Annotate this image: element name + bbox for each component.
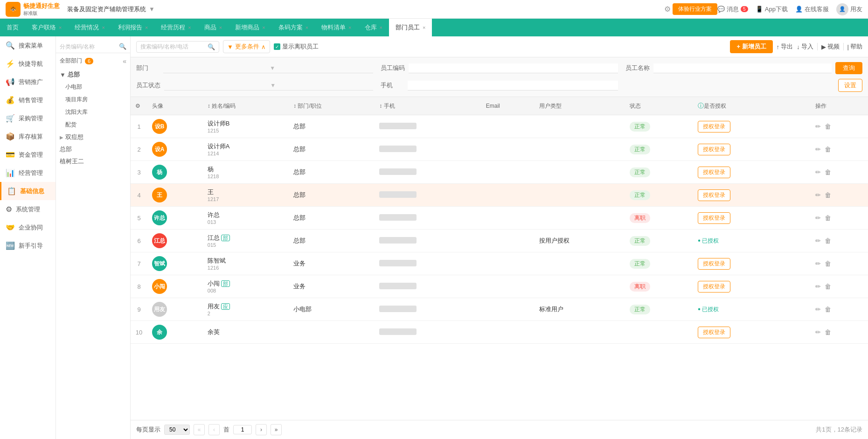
video-btn[interactable]: ▶ 视频 xyxy=(821,42,840,51)
next-page-btn[interactable]: › xyxy=(256,424,267,435)
dept-item-shuangdou[interactable]: ▶ 双痘想 xyxy=(56,131,130,143)
tab-close-icon[interactable]: × xyxy=(59,25,62,30)
edit-icon[interactable]: ✏ xyxy=(815,168,821,176)
sidebar-item-经营管理[interactable]: 📊经营管理 xyxy=(0,164,56,182)
tab-close-icon[interactable]: × xyxy=(380,25,382,30)
dept-item-shenyang[interactable]: 沈阳大库 xyxy=(56,106,130,118)
sidebar-item-资金管理[interactable]: 💳资金管理 xyxy=(0,146,56,164)
gear-button[interactable]: ⚙ xyxy=(662,3,673,15)
dept-item-xiaodian[interactable]: 小电部 xyxy=(56,81,130,93)
tab-close-icon[interactable]: × xyxy=(219,25,222,30)
delete-icon[interactable]: 🗑 xyxy=(825,283,831,290)
nav-tab-商品[interactable]: 商品× xyxy=(198,19,229,36)
nav-tab-经营历程[interactable]: 经营历程× xyxy=(154,19,197,36)
search-input[interactable] xyxy=(140,43,206,50)
online-service-btn[interactable]: 👤 在线客服 xyxy=(795,5,829,14)
col-dept[interactable]: ↕ 部门/职位 xyxy=(289,97,375,115)
trial-button[interactable]: 体验行业方案 xyxy=(673,3,717,15)
delete-icon[interactable]: 🗑 xyxy=(825,168,831,176)
sidebar-item-企业协同[interactable]: 🤝企业协同 xyxy=(0,218,56,237)
dept-item-xiangmu[interactable]: 项目库房 xyxy=(56,93,130,106)
add-employee-button[interactable]: + 新增员工 xyxy=(730,40,772,53)
edit-icon[interactable]: ✏ xyxy=(815,306,821,313)
auth-btn[interactable]: 授权登录 xyxy=(698,121,730,132)
tab-close-icon[interactable]: × xyxy=(262,25,265,30)
sidebar-item-系统管理[interactable]: ⚙系统管理 xyxy=(0,200,56,218)
export-btn[interactable]: ↑ 导出 xyxy=(777,42,793,51)
dept-filter-select[interactable]: ▼ xyxy=(163,63,373,73)
edit-icon[interactable]: ✏ xyxy=(815,191,821,199)
sidebar-item-基础信息[interactable]: 📋基础信息 xyxy=(0,182,56,200)
nav-tab-利润报告[interactable]: 利润报告× xyxy=(111,19,154,36)
emp-status-select[interactable]: ▼ xyxy=(164,81,373,91)
edit-icon[interactable]: ✏ xyxy=(815,214,821,222)
dept-item-peihuo[interactable]: 配货 xyxy=(56,118,130,131)
sidebar-item-新手引导[interactable]: 🆕新手引导 xyxy=(0,237,56,255)
delete-icon[interactable]: 🗑 xyxy=(825,306,831,313)
delete-icon[interactable]: 🗑 xyxy=(825,260,831,267)
collapse-btn[interactable]: « xyxy=(123,57,126,65)
auth-btn[interactable]: 授权登录 xyxy=(698,167,730,178)
dept-search-input[interactable] xyxy=(60,43,119,50)
delete-icon[interactable]: 🗑 xyxy=(825,146,831,153)
reset-btn[interactable]: 设置 xyxy=(838,79,862,92)
edit-icon[interactable]: ✏ xyxy=(815,146,821,153)
all-dept-label[interactable]: 全部部门 xyxy=(60,57,82,65)
tab-close-icon[interactable]: × xyxy=(348,25,351,30)
page-input[interactable] xyxy=(233,425,252,434)
nav-tab-新增商品[interactable]: 新增商品× xyxy=(229,19,271,36)
delete-icon[interactable]: 🗑 xyxy=(825,191,831,199)
help-btn[interactable]: | 帮助 xyxy=(847,42,862,51)
nav-tab-经营情况[interactable]: 经营情况× xyxy=(68,19,111,36)
dept-item-zongbu2[interactable]: 总部 xyxy=(56,143,130,155)
nav-tab-物料清单[interactable]: 物料清单× xyxy=(315,19,358,36)
delete-icon[interactable]: 🗑 xyxy=(825,328,831,336)
prev-page-btn[interactable]: ‹ xyxy=(208,424,220,435)
nav-tab-仓库[interactable]: 仓库× xyxy=(358,19,389,36)
sidebar-item-采购管理[interactable]: 🛒采购管理 xyxy=(0,109,56,127)
dept-group-zongbu[interactable]: ▼ 总部 xyxy=(56,69,130,81)
tab-close-icon[interactable]: × xyxy=(145,25,148,30)
nav-tab-部门员工[interactable]: 部门员工× xyxy=(389,19,432,36)
emp-code-input[interactable] xyxy=(409,63,618,73)
phone-input[interactable] xyxy=(408,81,618,91)
edit-icon[interactable]: ✏ xyxy=(815,328,821,336)
edit-icon[interactable]: ✏ xyxy=(815,123,821,130)
show-resigned-toggle[interactable]: ✓ 显示离职员工 xyxy=(274,42,319,51)
message-btn[interactable]: 💬 消息 5 xyxy=(717,5,748,14)
sidebar-item-快捷导航[interactable]: ⚡快捷导航 xyxy=(0,55,56,73)
user-btn[interactable]: 👤 用友 xyxy=(836,3,862,15)
auth-btn[interactable]: 授权登录 xyxy=(698,281,730,293)
edit-icon[interactable]: ✏ xyxy=(815,237,821,244)
query-btn[interactable]: 查询 xyxy=(835,62,862,74)
app-download-btn[interactable]: 📱 App下载 xyxy=(756,5,788,14)
auth-btn[interactable]: 授权登录 xyxy=(698,212,730,224)
last-page-btn[interactable]: » xyxy=(271,424,282,435)
sidebar-item-营销推广[interactable]: 📢营销推广 xyxy=(0,73,56,91)
page-size-select[interactable]: 50 100 xyxy=(164,425,190,435)
delete-icon[interactable]: 🗑 xyxy=(825,214,831,222)
tab-close-icon[interactable]: × xyxy=(423,25,425,30)
tab-close-icon[interactable]: × xyxy=(306,25,308,30)
col-name[interactable]: ↕ 姓名/编码 xyxy=(203,97,289,115)
import-btn[interactable]: ↓ 导入 xyxy=(797,42,813,51)
sidebar-item-库存核算[interactable]: 📦库存核算 xyxy=(0,127,56,146)
more-filter-btn[interactable]: ▼ 更多条件 ∧ xyxy=(223,40,270,53)
col-settings[interactable]: ⚙ xyxy=(131,97,147,115)
auth-btn[interactable]: 授权登录 xyxy=(698,258,730,270)
delete-icon[interactable]: 🗑 xyxy=(825,237,831,244)
tab-close-icon[interactable]: × xyxy=(102,25,104,30)
first-page-btn[interactable]: « xyxy=(194,424,205,435)
nav-tab-条码方案[interactable]: 条码方案× xyxy=(272,19,315,36)
auth-btn[interactable]: 授权登录 xyxy=(698,189,730,201)
col-phone[interactable]: ↕ 手机 xyxy=(375,97,481,115)
edit-icon[interactable]: ✏ xyxy=(815,260,821,267)
emp-name-input[interactable] xyxy=(653,63,832,73)
tab-close-icon[interactable]: × xyxy=(188,25,191,30)
dept-item-zhishu[interactable]: 植树王二 xyxy=(56,155,130,167)
auth-btn[interactable]: 授权登录 xyxy=(698,327,730,338)
delete-icon[interactable]: 🗑 xyxy=(825,123,831,130)
sidebar-item-销售管理[interactable]: 💰销售管理 xyxy=(0,91,56,109)
auth-btn[interactable]: 授权登录 xyxy=(698,144,730,155)
sys-dropdown-arrow[interactable]: ▼ xyxy=(149,6,155,13)
